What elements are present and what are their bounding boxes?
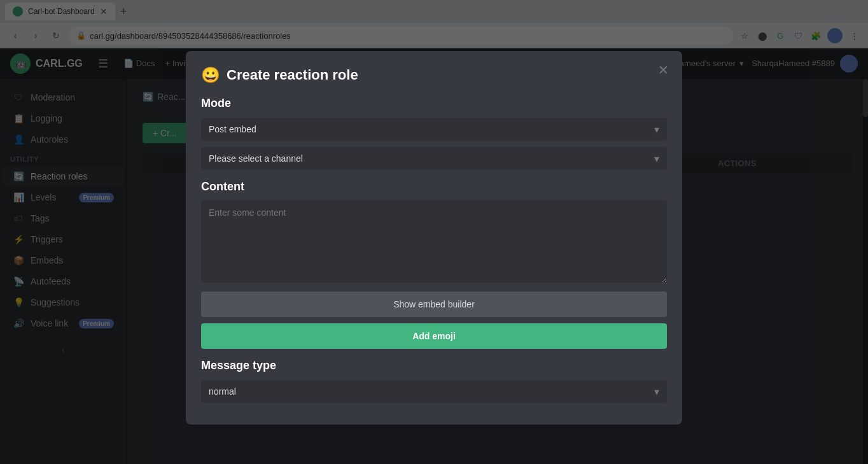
channel-select[interactable]: Please select a channel bbox=[201, 147, 667, 170]
add-emoji-button[interactable]: Add emoji bbox=[201, 323, 667, 349]
channel-select-wrapper: Please select a channel bbox=[201, 147, 667, 170]
message-type-select-wrapper: normal bbox=[201, 380, 667, 403]
modal-close-button[interactable]: ✕ bbox=[654, 61, 672, 79]
mode-select[interactable]: Post embed Add to existing message Linke… bbox=[201, 118, 667, 141]
show-embed-builder-button[interactable]: Show embed builder bbox=[201, 292, 667, 317]
modal-header: 😀 Create reaction role bbox=[201, 66, 667, 84]
modal-emoji-icon: 😀 bbox=[201, 66, 220, 84]
modal-title: Create reaction role bbox=[227, 67, 358, 83]
mode-select-wrapper: Post embed Add to existing message Linke… bbox=[201, 118, 667, 141]
close-icon: ✕ bbox=[658, 62, 669, 78]
message-type-title: Message type bbox=[201, 359, 667, 372]
content-section-title: Content bbox=[201, 180, 667, 193]
modal-overlay: 😀 Create reaction role ✕ Mode Post embed… bbox=[0, 0, 868, 464]
message-type-section: Message type normal bbox=[201, 359, 667, 403]
mode-section-title: Mode bbox=[201, 97, 667, 110]
create-reaction-role-modal: 😀 Create reaction role ✕ Mode Post embed… bbox=[186, 51, 682, 425]
message-type-select[interactable]: normal bbox=[201, 380, 667, 403]
content-textarea[interactable] bbox=[201, 200, 667, 283]
